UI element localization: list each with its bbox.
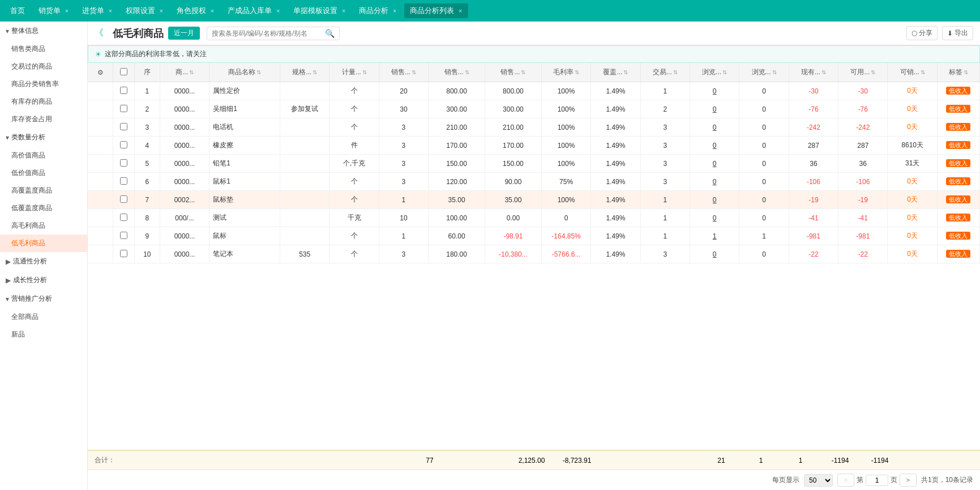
views1-link[interactable]: 0 — [713, 214, 717, 222]
row-checkbox[interactable] — [120, 141, 127, 148]
col-transactions[interactable]: 交易... ⇅ — [640, 63, 690, 82]
select-all-checkbox[interactable] — [120, 68, 127, 75]
cell-checkbox[interactable] — [113, 100, 134, 118]
table-row[interactable]: 4 0000... 橡皮擦 件 3 170.00 170.00 100% 1.4… — [88, 137, 980, 155]
col-current-stock[interactable]: 现有... ⇅ — [789, 63, 838, 82]
col-available[interactable]: 可用... ⇅ — [838, 63, 888, 82]
close-permission-icon[interactable]: × — [160, 7, 163, 14]
sidebar-item-high-value[interactable]: 高价值商品 — [0, 147, 87, 164]
nav-sales[interactable]: 销货单 × — [33, 3, 74, 18]
sort-current-stock-icon[interactable]: ⇅ — [821, 69, 826, 75]
sort-gross-margin-icon[interactable]: ⇅ — [575, 69, 579, 75]
nav-home[interactable]: 首页 — [5, 3, 31, 18]
sidebar-item-sales-goods[interactable]: 销售类商品 — [0, 40, 87, 58]
table-area[interactable]: ⚙ 序 商... ⇅ 商品名称 ⇅ — [88, 63, 980, 450]
row-checkbox[interactable] — [120, 214, 127, 221]
sidebar-item-high-margin[interactable]: 高毛利商品 — [0, 217, 87, 235]
col-code[interactable]: 商... ⇅ — [160, 63, 209, 82]
sidebar-item-traded[interactable]: 交易过的商品 — [0, 58, 87, 75]
table-row[interactable]: 1 0000... 属性定价 个 20 800.00 800.00 100% 1… — [88, 82, 980, 100]
cell-views1[interactable]: 0 — [690, 100, 739, 118]
sidebar-item-new-goods[interactable]: 新品 — [0, 326, 87, 343]
sort-name-icon[interactable]: ⇅ — [256, 69, 261, 75]
table-row[interactable]: 7 0002... 鼠标垫 个 1 35.00 35.00 100% 1.49%… — [88, 191, 980, 209]
views1-link[interactable]: 1 — [713, 232, 717, 240]
cell-checkbox[interactable] — [113, 209, 134, 227]
table-row[interactable]: 2 0000... 吴细细1 参加复试 个 30 300.00 300.00 1… — [88, 100, 980, 118]
views1-link[interactable]: 0 — [713, 178, 717, 186]
share-button[interactable]: ⬡ 分享 — [906, 26, 938, 40]
table-row[interactable]: 3 0000... 电话机 个 3 210.00 210.00 100% 1.4… — [88, 118, 980, 137]
page-input[interactable] — [866, 475, 888, 486]
col-views2[interactable]: 浏览... ⇅ — [739, 63, 789, 82]
close-sales-icon[interactable]: × — [65, 7, 69, 14]
row-checkbox[interactable] — [120, 159, 127, 167]
nav-role[interactable]: 角色授权 × — [171, 3, 220, 18]
row-checkbox[interactable] — [120, 250, 127, 257]
export-button[interactable]: ⬇ 导出 — [942, 26, 973, 40]
nav-product-analysis[interactable]: 商品分析 × — [353, 3, 402, 18]
table-row[interactable]: 8 000/... 测试 千克 10 100.00 0.00 0 1.49% 1… — [88, 209, 980, 227]
sidebar-group-growth[interactable]: ▶ 成长性分析 — [0, 271, 87, 289]
cell-checkbox[interactable] — [113, 245, 134, 263]
col-settings[interactable]: ⚙ — [88, 63, 113, 82]
cell-checkbox[interactable] — [113, 227, 134, 245]
sidebar-group-marketing[interactable]: ▾ 营销推广分析 — [0, 289, 87, 308]
sidebar-group-overall[interactable]: ▾ 整体信息 — [0, 22, 87, 40]
row-checkbox[interactable] — [120, 195, 127, 203]
sort-sales-profit-icon[interactable]: ⇅ — [521, 69, 525, 75]
cell-checkbox[interactable] — [113, 191, 134, 209]
col-saleable[interactable]: 可销... ⇅ — [888, 63, 937, 82]
sidebar-collapse-button[interactable]: 《 — [95, 27, 104, 39]
sort-transactions-icon[interactable]: ⇅ — [673, 69, 678, 75]
views1-link[interactable]: 0 — [713, 196, 717, 204]
row-checkbox[interactable] — [120, 232, 127, 239]
sidebar-item-all-goods[interactable]: 全部商品 — [0, 308, 87, 326]
cell-views1[interactable]: 0 — [690, 82, 739, 100]
views1-link[interactable]: 0 — [713, 142, 717, 150]
sort-coverage-icon[interactable]: ⇅ — [623, 69, 628, 75]
cell-views1[interactable]: 0 — [690, 137, 739, 155]
close-analysis-list-icon[interactable]: × — [459, 7, 462, 14]
sort-code-icon[interactable]: ⇅ — [189, 69, 194, 75]
next-page-button[interactable]: ＞ — [900, 474, 917, 487]
table-row[interactable]: 6 0000... 鼠标1 个 3 120.00 90.00 75% 1.49%… — [88, 173, 980, 191]
sort-unit-icon[interactable]: ⇅ — [362, 69, 367, 75]
sidebar-item-category-rate[interactable]: 商品分类销售率 — [0, 75, 87, 93]
views1-link[interactable]: 0 — [713, 105, 717, 113]
row-checkbox[interactable] — [120, 123, 127, 130]
sort-sales-amount-icon[interactable]: ⇅ — [465, 69, 469, 75]
col-name[interactable]: 商品名称 ⇅ — [209, 63, 280, 82]
table-row[interactable]: 5 0000... 铅笔1 个,千克 3 150.00 150.00 100% … — [88, 155, 980, 173]
col-sales-qty[interactable]: 销售... ⇅ — [379, 63, 428, 82]
cell-views1[interactable]: 0 — [690, 118, 739, 137]
col-spec[interactable]: 规格... ⇅ — [280, 63, 329, 82]
sort-sales-qty-icon[interactable]: ⇅ — [412, 69, 416, 75]
sidebar-group-quantity[interactable]: ▾ 类数量分析 — [0, 128, 87, 147]
nav-product-entry[interactable]: 产成品入库单 × — [222, 3, 285, 18]
close-product-entry-icon[interactable]: × — [276, 7, 280, 14]
col-unit[interactable]: 计量... ⇅ — [329, 63, 379, 82]
cell-checkbox[interactable] — [113, 137, 134, 155]
nav-template[interactable]: 单据模板设置 × — [288, 3, 351, 18]
cell-checkbox[interactable] — [113, 118, 134, 137]
sort-tag-icon[interactable]: ⇅ — [964, 69, 968, 75]
views1-link[interactable]: 0 — [713, 250, 717, 258]
cell-views1[interactable]: 0 — [690, 155, 739, 173]
nav-analysis-list[interactable]: 商品分析列表 × — [404, 3, 468, 18]
sidebar-item-in-stock[interactable]: 有库存的商品 — [0, 93, 87, 110]
table-row[interactable]: 10 0000... 笔记本 535 个 3 180.00 -10,380...… — [88, 245, 980, 263]
cell-views1[interactable]: 0 — [690, 173, 739, 191]
col-sales-amount[interactable]: 销售... ⇅ — [429, 63, 485, 82]
col-views1[interactable]: 浏览... ⇅ — [690, 63, 739, 82]
nav-permission[interactable]: 权限设置 × — [120, 3, 169, 18]
table-row[interactable]: 9 0000... 鼠标 个 1 60.00 -98.91 -164.85% 1… — [88, 227, 980, 245]
per-page-select[interactable]: 50 100 200 — [804, 474, 833, 487]
views1-link[interactable]: 0 — [713, 123, 717, 131]
col-checkbox[interactable] — [113, 63, 134, 82]
row-checkbox[interactable] — [120, 87, 127, 94]
nav-purchase[interactable]: 进货单 × — [76, 3, 118, 18]
cell-views1[interactable]: 1 — [690, 227, 739, 245]
row-checkbox[interactable] — [120, 105, 127, 112]
col-sales-profit[interactable]: 销售... ⇅ — [485, 63, 542, 82]
